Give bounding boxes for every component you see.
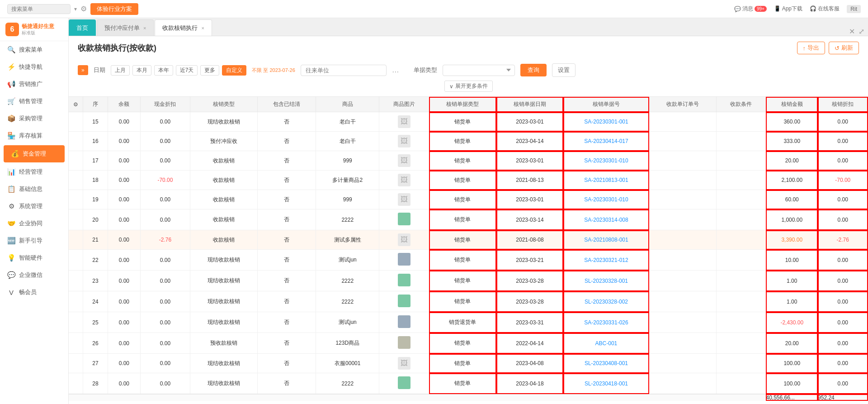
td-goods-img: 🖼 [379,190,429,209]
date-range: 不限 至 2023-07-26 [252,67,295,74]
sidebar-item-sales[interactable]: 🛒销售管理 [0,93,68,110]
sidebar-item-basic[interactable]: 📋基础信息 [0,181,68,198]
sidebar-item-wechat[interactable]: 💬企业微信 [0,266,68,284]
td-cancel-doc-date: 2023-03-01 [496,112,564,132]
hardware-icon: 💡 [7,254,15,262]
tab-bar-close-icon[interactable]: ✕ [849,27,855,36]
goods-img: 🖼 [398,233,410,246]
prepay-tab-close[interactable]: × [143,25,146,31]
td-cancel-doc-no[interactable]: SA-20230301-010 [563,190,649,209]
td-cancel-doc-type: 销货单 [429,271,496,291]
refresh-button[interactable]: ↺ 刷新 [829,42,859,54]
collect-tab-close[interactable]: × [201,25,204,31]
near7-btn[interactable]: 近7天 [176,65,198,76]
user-badge[interactable]: Rit [847,5,861,13]
td-cancel-doc-no[interactable]: SL-20230328-002 [563,291,649,312]
export-button[interactable]: ↑ 导出 [797,42,826,54]
doc-type-select[interactable] [443,65,515,76]
td-cancel-doc-date: 2023-03-31 [496,312,564,333]
td-cancel-doc-type: 销货单 [429,354,496,373]
from-unit-input[interactable] [301,65,387,76]
td-settings [69,112,83,132]
content-area: 收款核销执行(按收款) ↑ 导出 ↺ 刷新 [69,36,868,404]
sidebar-item-marketing[interactable]: 📢营销推广 [0,76,68,93]
goods-img [398,315,410,328]
cur-year-btn[interactable]: 本年 [154,65,173,76]
page-title: 收款核销执行(按收款) [78,43,156,53]
sidebar-label-guide: 新手引导 [19,237,42,245]
td-collect-order-no [649,250,717,271]
td-no: 26 [83,333,108,354]
td-cancel-doc-no[interactable]: SA-20210808-001 [563,230,649,250]
td-goods-img [379,312,429,333]
td-collect-order-no [649,291,717,312]
td-balance: 0.00 [108,230,140,250]
summary-row: 40,556,66... 952.24 [69,394,868,401]
sales-icon: 🛒 [7,97,15,105]
td-goods: 测试jun [316,312,379,333]
td-include-settled: 否 [257,209,316,230]
tab-bar-expand-icon[interactable]: ⤢ [859,27,864,36]
sidebar-item-quick[interactable]: ⚡快捷导航 [0,58,68,76]
sidebar-label-wechat: 企业微信 [19,271,42,279]
td-balance: 0.00 [108,171,140,190]
th-settings[interactable]: ⚙ [69,97,83,112]
tab-collect[interactable]: 收款核销执行 × [155,19,212,36]
cur-month-btn[interactable]: 本月 [132,65,151,76]
settings-gear-icon[interactable]: ⚙ [80,5,87,13]
td-cancel-doc-no[interactable]: SL-20230418-001 [563,373,649,394]
goods-img [398,274,410,286]
prev-month-btn[interactable]: 上月 [111,65,130,76]
td-balance: 0.00 [108,190,140,209]
td-no: 23 [83,271,108,291]
td-cancel-doc-no[interactable]: ABC-001 [563,333,649,354]
filter-expand-btn[interactable]: » [78,65,88,75]
th-cash-discount: 现金折扣 [140,97,190,112]
tab-prepay[interactable]: 预付冲应付单 × [97,19,154,36]
solution-button[interactable]: 体验行业方案 [90,3,138,15]
sidebar-item-guide[interactable]: 🆕新手引导 [0,232,68,249]
td-goods: 测试jun [316,250,379,271]
sidebar-item-finance[interactable]: 💰资金管理 [4,145,65,162]
sidebar-label-search: 搜索菜单 [19,46,42,54]
sidebar-item-inventory[interactable]: 🏪库存核算 [0,127,68,144]
expand-more-button[interactable]: ∨ 展开更多条件 [444,81,493,92]
sidebar-item-purchase[interactable]: 📦采购管理 [0,110,68,127]
sidebar-item-hardware[interactable]: 💡智能硬件 [0,249,68,266]
td-cancel-doc-no[interactable]: SL-20230328-001 [563,271,649,291]
more-btn[interactable]: 更多 [200,65,219,76]
settings-button[interactable]: 设置 [552,63,576,77]
custom-btn[interactable]: 自定义 [222,65,246,76]
sidebar-item-operation[interactable]: 📊经营管理 [0,163,68,181]
td-include-settled: 否 [257,373,316,394]
td-cancel-doc-date: 2023-03-01 [496,151,564,171]
td-settings [69,190,83,209]
message-area[interactable]: 💬 消息 99+ [734,5,767,13]
td-cancel-doc-date: 2023-04-18 [496,373,564,394]
app-download[interactable]: 📱 App下载 [774,5,802,13]
td-cancel-doc-date: 2022-04-14 [496,333,564,354]
prepay-tab-label: 预付冲应付单 [104,24,140,32]
td-cancel-discount: 0.00 [818,354,868,373]
search-input[interactable] [7,4,71,14]
td-cancel-doc-no[interactable]: SA-20230301-010 [563,151,649,171]
sidebar-item-member[interactable]: V畅会员 [0,284,68,301]
td-cancel-doc-no[interactable]: SA-20230321-012 [563,250,649,271]
tab-home[interactable]: 首页 [69,19,96,36]
td-collect-order-no [649,151,717,171]
td-cancel-doc-no[interactable]: SA-20210813-001 [563,171,649,190]
td-cancel-doc-no[interactable]: SL-20230408-001 [563,354,649,373]
sidebar-item-corp[interactable]: 🤝企业协同 [0,215,68,232]
sidebar-item-search[interactable]: 🔍搜索菜单 [0,41,68,58]
sidebar-item-system[interactable]: ⚙系统管理 [0,198,68,215]
td-goods-img [379,271,429,291]
td-cancel-doc-no[interactable]: SA-20230314-008 [563,209,649,230]
td-cancel-doc-no[interactable]: SA-20230301-001 [563,112,649,132]
app-download-label: App下载 [782,5,802,12]
td-cancel-doc-no[interactable]: SA-20230414-017 [563,132,649,151]
td-cancel-doc-type: 销货单 [429,132,496,151]
query-button[interactable]: 查询 [520,64,547,76]
online-service[interactable]: 🎧 在线客服 [810,5,840,13]
td-cancel-doc-no[interactable]: SA-20230331-026 [563,312,649,333]
td-balance: 0.00 [108,354,140,373]
